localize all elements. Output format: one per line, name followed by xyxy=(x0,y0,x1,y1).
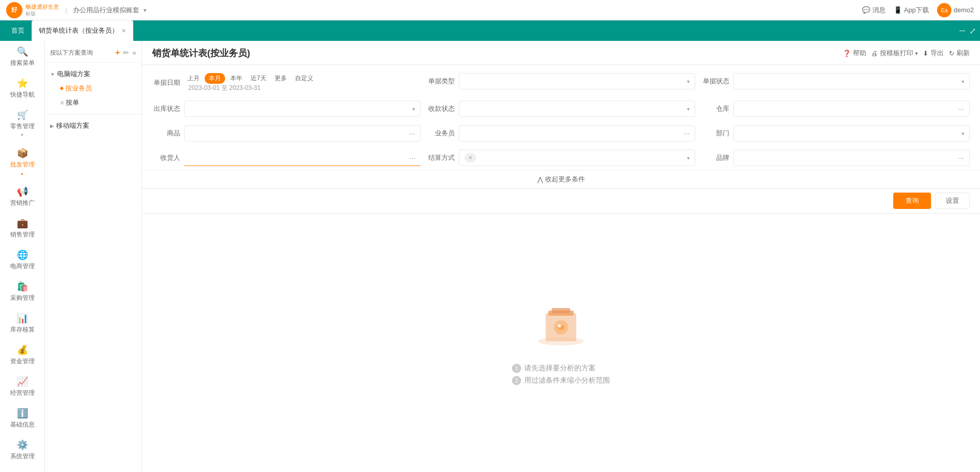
out-status-select[interactable]: ▾ xyxy=(184,101,421,117)
tree-section-desktop: ▼ 电脑端方案 按业务员 ≡ 按单 xyxy=(45,65,141,112)
out-status-arrow-icon: ▾ xyxy=(412,106,415,112)
goods-dots-icon: ··· xyxy=(409,129,415,137)
tabbar-actions: ─ ⤢ xyxy=(960,26,976,36)
goods-input[interactable]: ··· xyxy=(184,125,421,141)
sidebar-item-wholesale[interactable]: 📦 批发管理 ▴ xyxy=(0,143,44,181)
date-btn-more[interactable]: 更多 xyxy=(272,73,290,84)
salesperson-input[interactable]: ··· xyxy=(459,125,695,141)
filter-settle-method: 结算方式 × ▾ xyxy=(427,150,695,166)
shortcut-icon: ⭐ xyxy=(17,78,28,89)
tree-item-by-salesperson[interactable]: 按业务员 xyxy=(55,81,141,96)
edit-scheme-icon[interactable]: ✏ xyxy=(123,49,129,57)
help-btn[interactable]: ❓ 帮助 xyxy=(843,49,866,58)
add-scheme-btn[interactable]: + xyxy=(115,48,120,57)
sales-icon: 💼 xyxy=(17,218,28,229)
panel-icons: + ✏ « xyxy=(115,48,136,57)
date-btn-7days[interactable]: 近7天 xyxy=(248,73,270,84)
tree-arrow-icon: ▼ xyxy=(50,72,55,77)
sidebar-item-shortcut[interactable]: ⭐ 快捷导航 xyxy=(0,73,44,104)
date-btn-this-year[interactable]: 本年 xyxy=(227,73,246,84)
tree-mobile-arrow-icon: ▶ xyxy=(50,123,54,129)
page-title: 销货单统计表(按业务员) xyxy=(152,47,250,59)
hint-num-1: 1 xyxy=(512,364,521,373)
toolbar: 查询 设置 xyxy=(142,188,980,214)
filter-row-1: 单据日期 上月 本月 本年 近7天 更多 自定义 2023-03-01 至 20… xyxy=(142,65,980,99)
dropdown-arrow-icon[interactable]: ▾ xyxy=(143,7,146,14)
message-btn[interactable]: 💬 消息 xyxy=(862,6,886,15)
refresh-icon: ↻ xyxy=(949,50,954,57)
setting-button[interactable]: 设置 xyxy=(935,193,970,209)
template-print-btn[interactable]: 🖨 按模板打印 ▾ xyxy=(871,49,918,58)
sidebar-item-operations[interactable]: 📈 经营管理 xyxy=(0,371,44,403)
purchase-icon: 🛍️ xyxy=(17,281,28,292)
operations-icon: 📈 xyxy=(17,376,28,387)
date-btn-custom[interactable]: 自定义 xyxy=(292,73,316,84)
sidebar-item-enterprise[interactable]: 🏢 企业协同 xyxy=(0,466,44,472)
sidebar-item-sales[interactable]: 💼 销售管理 xyxy=(0,213,44,244)
sidebar-item-retail[interactable]: 🛒 零售管理 ▾ xyxy=(0,104,44,143)
refresh-btn[interactable]: ↻ 刷新 xyxy=(949,49,970,58)
main-layout: 🔍 搜索菜单 ⭐ 快捷导航 🛒 零售管理 ▾ 📦 批发管理 ▴ 📢 营销推广 💼… xyxy=(0,41,980,472)
goods-label: 商品 xyxy=(152,129,180,138)
sidebar-item-basic[interactable]: ℹ️ 基础信息 xyxy=(0,403,44,434)
tree-item-by-order[interactable]: ≡ 按单 xyxy=(55,96,141,110)
date-btn-last-month[interactable]: 上月 xyxy=(184,73,203,84)
empty-hints: 1 请先选择要分析的方案 2 用过滤条件来缩小分析范围 xyxy=(512,361,610,388)
date-label: 单据日期 xyxy=(152,78,180,87)
tree-desktop-scheme[interactable]: ▼ 电脑端方案 xyxy=(45,67,141,81)
sidebar-item-inventory[interactable]: 📊 库存核算 xyxy=(0,308,44,339)
tree-mobile-scheme[interactable]: ▶ 移动端方案 xyxy=(45,119,141,133)
sidebar-item-purchase[interactable]: 🛍️ 采购管理 xyxy=(0,276,44,308)
order-icon: ≡ xyxy=(60,99,64,106)
brand-input[interactable]: ··· xyxy=(733,150,970,166)
tag-close-btn[interactable]: × xyxy=(469,154,472,161)
collapse-btn[interactable]: ⋀ 收起更多条件 xyxy=(537,175,585,184)
doc-status-label: 单据状态 xyxy=(701,77,729,86)
payment-status-arrow-icon: ▾ xyxy=(687,106,690,112)
hint-num-2: 2 xyxy=(512,376,521,385)
doc-type-select[interactable]: ▾ xyxy=(459,73,695,89)
content-area: 按以下方案查询 + ✏ « ▼ 电脑端方案 按业务员 xyxy=(45,41,980,472)
retail-icon: 🛒 xyxy=(17,109,28,121)
minimize-icon[interactable]: ─ xyxy=(960,26,965,36)
receiver-input[interactable]: ··· xyxy=(184,150,421,166)
salesperson-control: ··· xyxy=(459,125,695,141)
tab-sales-stat[interactable]: 销货单统计表（按业务员） ✕ xyxy=(32,20,133,41)
warehouse-input[interactable]: ··· xyxy=(733,101,970,117)
collapse-up-icon: ⋀ xyxy=(537,176,543,183)
sidebar-item-system[interactable]: ⚙️ 系统管理 xyxy=(0,434,44,466)
tab-home[interactable]: 首页 xyxy=(4,20,32,41)
receiver-label: 收货人 xyxy=(152,153,180,162)
wholesale-icon: 📦 xyxy=(17,148,28,159)
sidebar-item-marketing[interactable]: 📢 营销推广 xyxy=(0,181,44,213)
app-download-btn[interactable]: 📱 App下载 xyxy=(894,6,929,15)
settle-method-select[interactable]: × ▾ xyxy=(459,150,695,166)
date-btn-this-month[interactable]: 本月 xyxy=(205,73,225,84)
salesperson-dots-icon: ··· xyxy=(683,129,690,137)
tab-close-icon[interactable]: ✕ xyxy=(121,28,126,34)
active-indicator xyxy=(60,87,63,90)
doc-status-select[interactable]: ▾ xyxy=(733,73,970,89)
svg-rect-3 xyxy=(552,308,570,313)
dept-arrow-icon: ▾ xyxy=(962,131,964,136)
export-btn[interactable]: ⬇ 导出 xyxy=(923,49,944,58)
finance-icon: 💰 xyxy=(17,344,28,356)
payment-status-label: 收款状态 xyxy=(427,104,455,113)
doc-status-control: ▾ xyxy=(733,73,970,89)
date-range-text: 2023-03-01 至 2023-03-31 xyxy=(188,84,421,92)
dept-select[interactable]: ▾ xyxy=(733,125,970,141)
collapse-panel-icon[interactable]: « xyxy=(132,49,136,57)
panel-header: 按以下方案查询 + ✏ « xyxy=(45,45,141,60)
sidebar-item-search[interactable]: 🔍 搜索菜单 xyxy=(0,41,44,73)
user-menu[interactable]: Ea demo2 xyxy=(937,3,974,17)
maximize-icon[interactable]: ⤢ xyxy=(969,26,976,36)
out-status-label: 出库状态 xyxy=(152,104,180,113)
panel-header-title: 按以下方案查询 xyxy=(50,49,93,57)
sidebar-item-ecom[interactable]: 🌐 电商管理 xyxy=(0,244,44,276)
filter-salesperson: 业务员 ··· xyxy=(427,125,695,141)
query-button[interactable]: 查询 xyxy=(893,193,931,209)
payment-status-select[interactable]: ▾ xyxy=(459,101,695,117)
doc-type-control: ▾ xyxy=(459,73,695,89)
sidebar-item-finance[interactable]: 💰 资金管理 xyxy=(0,339,44,371)
print-dropdown-icon: ▾ xyxy=(915,51,918,56)
